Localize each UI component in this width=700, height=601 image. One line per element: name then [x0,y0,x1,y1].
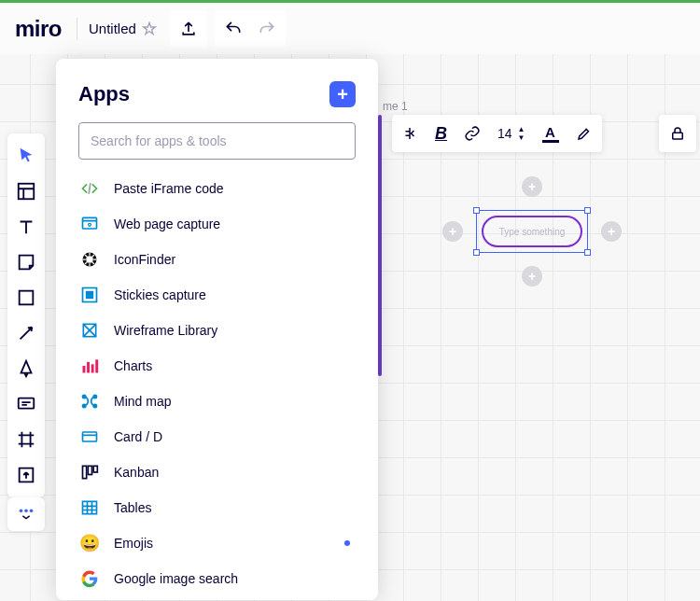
sticky-tool[interactable] [9,245,43,279]
app-item-kanban[interactable]: Kanban [78,454,356,490]
app-label: Paste iFrame code [114,181,224,196]
text-color-button[interactable]: A [542,125,559,143]
app-item-iconfinder[interactable]: IconFinder [78,242,356,277]
templates-tool[interactable] [9,175,43,208]
app-label: Mind map [114,394,171,409]
svg-point-3 [20,510,23,513]
resize-handle-tl[interactable] [473,207,480,214]
star-icon[interactable] [142,21,157,36]
app-label: Stickies capture [114,287,206,302]
svg-rect-17 [95,359,98,372]
kanban-icon [78,461,101,483]
app-item-card[interactable]: Card / D [78,419,356,454]
svg-point-20 [93,395,96,398]
svg-rect-15 [87,362,90,373]
app-label: Kanban [114,465,159,480]
add-node-bottom[interactable]: + [522,266,542,287]
add-node-top[interactable]: + [522,176,542,197]
svg-rect-24 [88,466,91,474]
undo-button[interactable] [217,12,250,46]
highlight-button[interactable] [576,122,593,145]
svg-rect-27 [673,133,683,139]
emojis-icon: 😀 [78,532,101,554]
upload-tool[interactable] [9,458,43,492]
app-label: Emojis [114,536,153,551]
app-item-emojis[interactable]: 😀Emojis [78,525,356,561]
comment-tool[interactable] [9,387,43,421]
add-app-button[interactable]: + [329,81,356,107]
app-label: Charts [114,358,152,373]
svg-rect-2 [19,398,35,409]
wireframe-icon [78,319,101,342]
context-toolbar: B 14 ▲▼ A [392,115,602,152]
select-tool[interactable] [9,139,43,173]
svg-point-8 [89,224,91,226]
app-label: IconFinder [114,252,175,267]
app-item-iframe[interactable]: Paste iFrame code [78,171,356,206]
more-apps-button[interactable] [7,497,45,531]
redo-button [250,12,284,46]
resize-handle-tr[interactable] [584,207,591,214]
board-title: Untitled [89,21,136,36]
stickies-icon [78,284,101,306]
mindmap-node[interactable]: Type something [482,216,582,247]
svg-point-19 [83,404,86,407]
resize-handle-bl[interactable] [473,249,480,256]
left-toolbar [7,133,45,497]
svg-rect-23 [83,466,87,478]
add-node-right[interactable]: + [601,221,622,242]
card-icon [78,426,101,448]
svg-rect-16 [91,364,94,372]
resize-handle-br[interactable] [584,249,591,256]
google-icon [78,567,101,590]
lock-button[interactable] [659,115,696,152]
svg-rect-0 [19,184,35,200]
app-item-tables[interactable]: Tables [78,490,356,525]
svg-point-4 [24,510,28,513]
board-title-group[interactable]: Untitled [81,17,164,40]
app-label: Card / D [114,429,162,444]
apps-search-input[interactable] [78,122,356,160]
export-button[interactable] [170,10,207,48]
divider [77,18,77,40]
app-item-wireframe[interactable]: Wireframe Library [78,313,356,348]
frame-label[interactable]: me 1 [383,100,408,113]
miro-logo: miro [9,16,73,42]
pen-tool[interactable] [9,352,43,385]
app-label: Tables [114,500,151,515]
svg-rect-25 [93,466,97,472]
iframe-icon [78,177,101,200]
iconfinder-icon [78,248,101,271]
font-size-control[interactable]: 14 ▲▼ [497,126,525,142]
apps-title: Apps [78,82,130,106]
svg-rect-26 [83,501,97,513]
bold-button[interactable]: B [435,122,447,145]
shape-tool[interactable] [9,281,43,314]
selected-node[interactable]: Type something + + + + [476,210,588,253]
font-size-value: 14 [497,126,512,141]
frame-tool[interactable] [9,423,43,456]
apps-panel: Apps + Paste iFrame codeWeb page capture… [56,59,378,600]
font-size-stepper[interactable]: ▲▼ [518,126,525,142]
app-item-webcapture[interactable]: Web page capture [78,206,356,242]
top-bar: miro Untitled [0,3,700,54]
add-node-left[interactable]: + [442,221,463,242]
svg-point-21 [93,404,96,407]
charts-icon [78,355,101,377]
webcapture-icon [78,213,101,235]
text-tool[interactable] [9,210,43,244]
app-item-google[interactable]: Google image search [78,561,356,596]
link-button[interactable] [464,122,481,145]
svg-rect-12 [87,292,93,299]
app-item-mindmap[interactable]: Mind map [78,384,356,419]
app-item-stickies[interactable]: Stickies capture [78,277,356,313]
app-label: Google image search [114,571,238,586]
align-button[interactable] [401,122,418,145]
svg-rect-22 [83,432,97,441]
svg-point-5 [30,510,34,513]
apps-list: Paste iFrame codeWeb page captureIconFin… [78,171,356,596]
app-item-charts[interactable]: Charts [78,348,356,384]
line-tool[interactable] [9,316,43,350]
svg-point-18 [83,395,86,398]
mindmap-icon [78,390,101,412]
